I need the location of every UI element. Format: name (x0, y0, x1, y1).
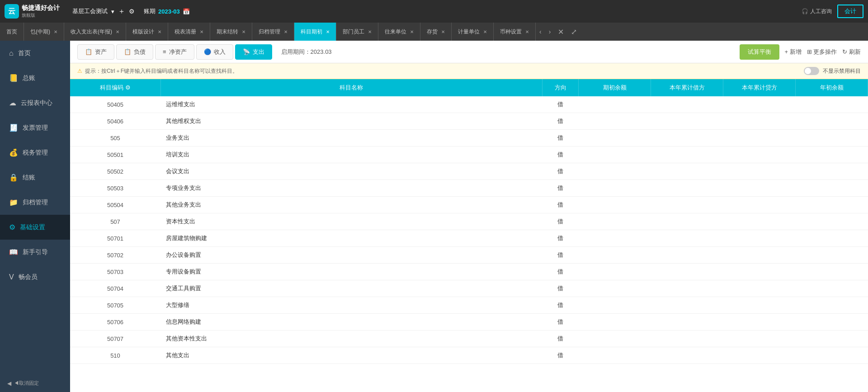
kuaiji-button[interactable]: 会计 (837, 5, 863, 18)
cell-year-balance (796, 113, 868, 130)
cell-code: 50701 (70, 230, 160, 247)
cell-initial-balance (579, 213, 651, 230)
col-header-ytd-credit: 本年累计贷方 (723, 79, 796, 96)
table-row[interactable]: 50504 其他业务支出 借 (70, 197, 868, 213)
cell-ytd-credit (723, 163, 796, 180)
close-icon[interactable]: ✕ (410, 29, 414, 34)
cell-name: 信息网络购建 (160, 314, 542, 331)
sidebar-item-settings[interactable]: ⚙ 基础设置 (0, 215, 70, 240)
table-row[interactable]: 50503 专项业务支出 借 (70, 180, 868, 197)
cell-code: 50406 (70, 113, 160, 130)
table-row[interactable]: 510 其他支出 借 (70, 347, 868, 364)
filter-tab-income[interactable]: 🔵 收入 (196, 44, 233, 60)
sidebar-item-archive[interactable]: 📁 归档管理 (0, 190, 70, 215)
sidebar-item-guide[interactable]: 📖 新手引导 (0, 240, 70, 264)
close-icon[interactable]: ✕ (368, 29, 372, 34)
table-row[interactable]: 50502 会议支出 借 (70, 163, 868, 180)
table-row[interactable]: 50406 其他维权支出 借 (70, 113, 868, 130)
close-icon[interactable]: ✕ (326, 29, 330, 34)
sidebar-item-member[interactable]: V 畅会员 (0, 264, 70, 289)
cell-code: 50502 (70, 163, 160, 180)
table-row[interactable]: 50707 其他资本性支出 借 (70, 331, 868, 347)
add-icon[interactable]: ＋ (118, 7, 125, 16)
close-icon[interactable]: ✕ (200, 29, 203, 34)
toggle-disabled-subjects[interactable] (804, 67, 819, 75)
table-row[interactable]: 50704 交通工具购置 借 (70, 280, 868, 297)
sidebar-item-ledger[interactable]: 📒 总账 (0, 66, 70, 90)
tab-contacts[interactable]: 往来单位 ✕ (378, 23, 420, 41)
cloud-icon: ☁ (9, 99, 16, 107)
sidebar-item-home[interactable]: ⌂ 首页 (0, 41, 70, 66)
expand-icon[interactable]: ⤢ (567, 23, 580, 41)
tab-home[interactable]: 首页 (0, 23, 24, 41)
tab-annual[interactable]: 收入支出表(年报) ✕ (64, 23, 126, 41)
close-icon[interactable]: ✕ (525, 29, 529, 34)
close-icon[interactable]: ✕ (54, 29, 57, 34)
cell-ytd-debit (651, 347, 723, 364)
cell-ytd-debit (651, 230, 723, 247)
cell-year-balance (796, 163, 868, 180)
cell-name: 其他业务支出 (160, 197, 542, 213)
period-label: 启用期间：2023.03 (281, 48, 332, 56)
tab-department[interactable]: 部门员工 ✕ (336, 23, 378, 41)
table-row[interactable]: 507 资本性支出 借 (70, 213, 868, 230)
close-icon[interactable]: ✕ (242, 29, 245, 34)
tab-tax-table[interactable]: 税表清册 ✕ (168, 23, 210, 41)
close-all-tabs-icon[interactable]: ✕ (554, 23, 567, 41)
sidebar-item-reports[interactable]: ☁ 云报表中心 (0, 90, 70, 115)
table-row[interactable]: 50706 信息网络购建 借 (70, 314, 868, 331)
table-row[interactable]: 50701 房屋建筑物购建 借 (70, 230, 868, 247)
sidebar-collapse-button[interactable]: ◀ ◀取消固定 (0, 374, 70, 392)
cell-year-balance (796, 247, 868, 264)
app-name: 畅捷通好会计 (22, 4, 60, 12)
project-selector[interactable]: 基层工会测试 ▾ ＋ ⚙ (72, 7, 135, 16)
close-icon[interactable]: ✕ (284, 29, 288, 34)
cell-name: 大型修缮 (160, 297, 542, 314)
settings-icon[interactable]: ⚙ (129, 8, 135, 15)
table-row[interactable]: 505 业务支出 借 (70, 130, 868, 146)
help-button[interactable]: 🎧 人工咨询 (802, 8, 832, 15)
table-row[interactable]: 50703 专用设备购置 借 (70, 264, 868, 280)
calc-balance-button[interactable]: 试算平衡 (740, 44, 779, 60)
close-icon[interactable]: ✕ (483, 29, 487, 34)
tab-subject-initial[interactable]: 科目期初 ✕ (294, 23, 336, 41)
cell-ytd-credit (723, 247, 796, 264)
cell-ytd-debit (651, 314, 723, 331)
tab-unit[interactable]: 计量单位 ✕ (452, 23, 494, 41)
refresh-button[interactable]: ↻ 刷新 (842, 48, 861, 56)
tab-next-icon[interactable]: › (545, 23, 555, 41)
col-settings-icon[interactable]: ⚙ (125, 84, 131, 91)
table-row[interactable]: 50501 培训支出 借 (70, 146, 868, 163)
subject-table: 科目编码 ⚙ 科目名称 方向 期初余额 本年累计借方 本年累计贷方 年初余额 5… (70, 79, 868, 364)
cell-ytd-debit (651, 280, 723, 297)
cell-initial-balance (579, 280, 651, 297)
invoice-icon: 🧾 (9, 123, 18, 132)
sidebar-item-tax[interactable]: 💰 税务管理 (0, 140, 70, 165)
filter-tab-expense[interactable]: 📡 支出 (235, 44, 272, 60)
close-icon[interactable]: ✕ (441, 29, 445, 34)
filter-tab-net[interactable]: ≡ 净资产 (155, 44, 194, 60)
tab-archive[interactable]: 归档管理 ✕ (252, 23, 294, 41)
notice-bar: ⚠ 提示：按Ctrl＋F键并输入科目编码或者科目名称可以查找科目。 不显示禁用科… (70, 63, 868, 79)
table-row[interactable]: 50405 运维维支出 借 (70, 96, 868, 113)
tab-currency[interactable]: 币种设置 ✕ (494, 23, 536, 41)
tab-template[interactable]: 模版设计 ✕ (126, 23, 168, 41)
tab-inventory[interactable]: 存货 ✕ (420, 23, 452, 41)
tab-prev-icon[interactable]: ‹ (536, 23, 545, 41)
close-icon[interactable]: ✕ (158, 29, 161, 34)
tab-period-close[interactable]: 期末结转 ✕ (210, 23, 252, 41)
add-button[interactable]: + 新增 (785, 48, 802, 56)
more-button[interactable]: ⊞ 更多操作 (807, 48, 837, 56)
cell-name: 其他支出 (160, 347, 542, 364)
filter-tab-asset[interactable]: 📋 资产 (77, 44, 114, 60)
table-row[interactable]: 50702 办公设备购置 借 (70, 247, 868, 264)
filter-tab-liability[interactable]: 📋 负债 (116, 44, 153, 60)
tab-mid[interactable]: 乜(中期) ✕ (24, 23, 64, 41)
cell-name: 专项业务支出 (160, 180, 542, 197)
calendar-icon[interactable]: 📅 (183, 8, 190, 15)
cell-year-balance (796, 180, 868, 197)
sidebar-item-close[interactable]: 🔒 结账 (0, 165, 70, 190)
table-row[interactable]: 50705 大型修缮 借 (70, 297, 868, 314)
close-icon[interactable]: ✕ (116, 29, 119, 34)
sidebar-item-invoice[interactable]: 🧾 发票管理 (0, 115, 70, 140)
